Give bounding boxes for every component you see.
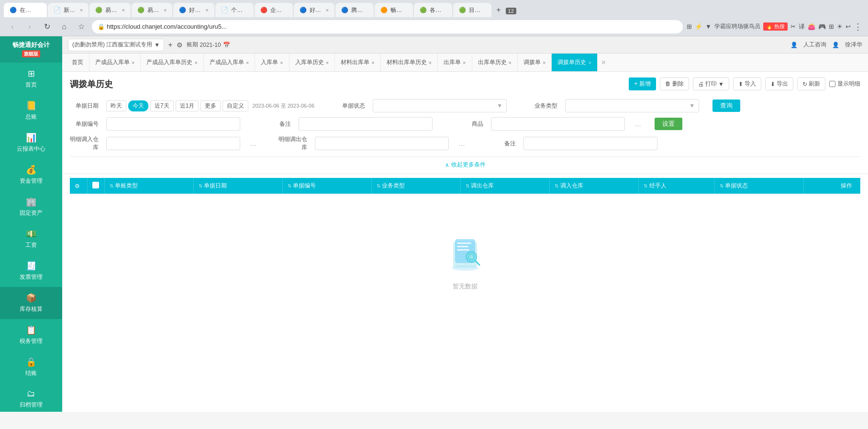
goods-filter-input[interactable]	[491, 117, 625, 131]
sidebar-item-funds[interactable]: 💰 资金管理	[0, 159, 62, 191]
page-tab-product-in[interactable]: 产成品入库单 ×	[89, 54, 141, 72]
address-input[interactable]: 🔒 https://cloud.chanjet.com/accounting/u…	[92, 20, 683, 33]
ext-dropdown-icon[interactable]: ▼	[705, 23, 712, 30]
browser-tab-2[interactable]: 📄 新… ×	[48, 3, 89, 17]
detail-out-input[interactable]	[315, 137, 449, 150]
col-biz-type[interactable]: ⇅ 业务类型	[371, 178, 460, 194]
tab2-close[interactable]: ×	[80, 7, 83, 13]
goods-dots-btn[interactable]: …	[634, 120, 641, 128]
toolbar-wallet[interactable]: 👛	[808, 23, 815, 30]
toolbar-scissors[interactable]: ✂	[790, 23, 796, 30]
import-button[interactable]: ⬆ 导入	[733, 77, 761, 90]
product-in2-close-icon[interactable]: ×	[246, 60, 249, 66]
sidebar-item-assets[interactable]: 🏢 固定资产	[0, 191, 62, 223]
date-btn-1month[interactable]: 近1月	[176, 100, 199, 111]
browser-tab-5[interactable]: 🔵 好… ×	[173, 3, 214, 17]
col-date[interactable]: ⇅ 单据日期	[193, 178, 282, 194]
page-tab-in-order[interactable]: 入库单 ×	[255, 54, 289, 72]
collapse-button[interactable]: ∧ 收起更多条件	[70, 156, 860, 169]
transfer-history-close-icon[interactable]: ×	[588, 60, 591, 66]
material-out-close-icon[interactable]: ×	[371, 60, 374, 66]
query-button[interactable]: 查询	[712, 99, 740, 112]
out-order-close-icon[interactable]: ×	[463, 60, 466, 66]
sidebar-item-wages[interactable]: 💵 工资	[0, 223, 62, 255]
ext-bolt-icon[interactable]: ⚡	[695, 23, 702, 30]
tab3-close[interactable]: ×	[122, 7, 124, 13]
page-tab-in-history[interactable]: 入库单历史 ×	[289, 54, 335, 72]
col-type[interactable]: ⇅ 单账类型	[104, 178, 193, 194]
page-tab-home[interactable]: 首页	[66, 54, 89, 72]
in-order-close-icon[interactable]: ×	[280, 60, 283, 66]
browser-tab-1[interactable]: 🔵 在…	[4, 3, 47, 17]
page-tab-transfer-history[interactable]: 调拨单历史 ×	[552, 54, 597, 72]
note-filter-input[interactable]	[299, 117, 433, 131]
sidebar-item-home[interactable]: ⊞ 首页	[0, 63, 62, 95]
browser-tab-10[interactable]: 🟠 畅…	[375, 3, 413, 17]
nav-refresh-button[interactable]: ↻	[40, 20, 54, 33]
browser-tab-6[interactable]: 📄 个…	[215, 3, 254, 17]
nav-back-button[interactable]: ‹	[6, 20, 19, 33]
sidebar-item-archive[interactable]: 🗂 归档管理	[0, 383, 62, 412]
date-btn-today[interactable]: 今天	[128, 100, 148, 111]
col-no[interactable]: ⇅ 单据编号	[282, 178, 371, 194]
sidebar-item-closing[interactable]: 🔒 结账	[0, 351, 62, 383]
product-in-close-icon[interactable]: ×	[132, 60, 134, 66]
page-tab-material-out[interactable]: 材料出库单 ×	[335, 54, 380, 72]
browser-tab-12[interactable]: 🟢 目…	[453, 3, 491, 17]
page-tab-product-in-history[interactable]: 产成品入库单历史 ×	[141, 54, 203, 72]
page-tab-material-out-history[interactable]: 材料出库单历史 ×	[381, 54, 438, 72]
display-checkbox[interactable]	[829, 81, 835, 87]
page-tab-product-in2[interactable]: 产成品入库单 ×	[204, 54, 255, 72]
settings-button[interactable]: 设置	[655, 118, 682, 130]
detail-in-input[interactable]	[106, 137, 240, 150]
toolbar-undo[interactable]: ↩	[846, 23, 851, 30]
browser-tab-11[interactable]: 🟢 各…	[414, 3, 452, 17]
date-btn-more[interactable]: 更多	[200, 100, 221, 111]
sidebar-item-invoice[interactable]: 🧾 发票管理	[0, 255, 62, 287]
nav-bookmark-button[interactable]: ☆	[75, 20, 88, 33]
toolbar-translate[interactable]: 译	[799, 22, 805, 31]
ext-grid-icon[interactable]: ⊞	[687, 23, 692, 30]
status-filter-select[interactable]: ▼	[373, 99, 507, 112]
toolbar-grid2[interactable]: ⊞	[829, 23, 834, 30]
settings-gear-button[interactable]: ⚙	[177, 41, 183, 49]
col-status[interactable]: ⇅ 单据状态	[714, 178, 803, 194]
sidebar-item-inventory[interactable]: 📦 库存核算	[0, 287, 62, 319]
table-gear-header[interactable]: ⚙	[70, 178, 87, 194]
browser-tab-8[interactable]: 🔵 好… ×	[294, 3, 334, 17]
sidebar-logo[interactable]: 畅捷通好会计 旗舰版	[0, 36, 62, 63]
support-label[interactable]: 人工咨询	[803, 41, 826, 49]
nav-home-button[interactable]: ⌂	[57, 20, 71, 33]
browser-tab-9[interactable]: 🔵 腾…	[335, 3, 374, 17]
toolbar-menu[interactable]: ⋮	[854, 22, 862, 32]
tab4-close[interactable]: ×	[164, 7, 167, 13]
biz-type-filter-select[interactable]: ▼	[565, 99, 699, 112]
print-button[interactable]: 🖨 打印 ▼	[693, 77, 729, 90]
product-in-history-close-icon[interactable]: ×	[194, 60, 197, 66]
browser-tab-3[interactable]: 🟢 易… ×	[89, 3, 130, 17]
sidebar-item-ledger[interactable]: 📒 总账	[0, 95, 62, 127]
page-tab-out-order[interactable]: 出库单 ×	[438, 54, 472, 72]
transfer-close-icon[interactable]: ×	[543, 60, 545, 66]
delete-button[interactable]: 🗑 删除	[660, 77, 689, 90]
nav-forward-button[interactable]: ›	[23, 20, 36, 33]
toolbar-brightness[interactable]: ☀	[837, 23, 843, 30]
company-selector[interactable]: (勿删勿禁用) 江西服宝测试专用 ▼	[68, 39, 164, 51]
detail-in-dots-btn[interactable]: …	[250, 140, 256, 147]
close-all-button[interactable]: ×	[598, 58, 610, 67]
calendar-icon[interactable]: 📅	[223, 42, 230, 48]
order-no-input[interactable]	[106, 117, 240, 131]
col-handler[interactable]: ⇅ 经手人	[639, 178, 714, 194]
add-company-button[interactable]: +	[168, 41, 172, 49]
toolbar-game[interactable]: 🎮	[818, 23, 826, 30]
sidebar-item-tax[interactable]: 📋 税务管理	[0, 319, 62, 351]
page-tab-transfer[interactable]: 调拨单 ×	[518, 54, 552, 72]
user-label[interactable]: 徐泽华	[845, 41, 862, 49]
date-btn-yesterday[interactable]: 昨天	[106, 100, 126, 111]
col-out-warehouse[interactable]: ⇅ 调出仓库	[461, 178, 550, 194]
out-history-close-icon[interactable]: ×	[509, 60, 512, 66]
tab5-close[interactable]: ×	[205, 7, 208, 13]
export-button[interactable]: ⬇ 导出	[765, 77, 793, 90]
refresh-button[interactable]: ↻ 刷新	[797, 77, 825, 90]
in-history-close-icon[interactable]: ×	[326, 60, 329, 66]
